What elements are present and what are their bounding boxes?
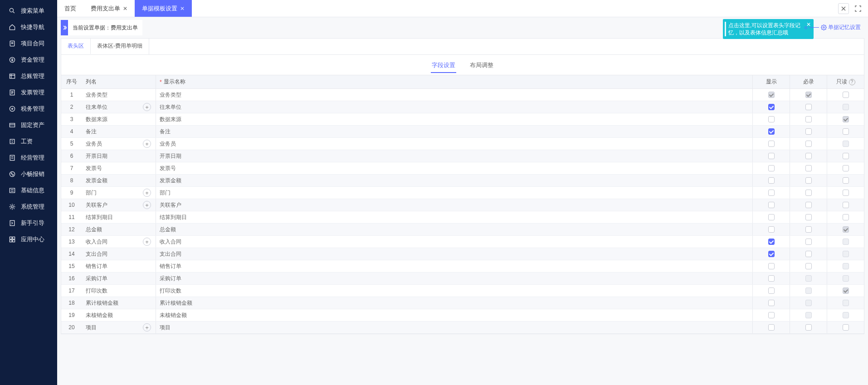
- checkbox[interactable]: [768, 153, 775, 159]
- checkbox[interactable]: [768, 141, 775, 147]
- checkbox[interactable]: [805, 324, 812, 331]
- nav-manage[interactable]: 经营管理: [0, 150, 57, 166]
- checkbox[interactable]: [843, 190, 849, 196]
- help-icon[interactable]: ?: [849, 79, 855, 85]
- add-icon[interactable]: +: [143, 323, 151, 331]
- cell-display[interactable]: 往来单位: [156, 101, 752, 113]
- checkbox[interactable]: [768, 239, 775, 245]
- checkbox[interactable]: [843, 92, 849, 98]
- close-icon[interactable]: ✕: [123, 5, 127, 12]
- checkbox[interactable]: [805, 226, 812, 233]
- nav-search[interactable]: 搜索菜单: [0, 3, 57, 19]
- checkbox[interactable]: [843, 214, 849, 220]
- checkbox[interactable]: [768, 300, 775, 306]
- cell-display[interactable]: 打印次数: [156, 285, 752, 297]
- checkbox[interactable]: [768, 190, 775, 196]
- cell-display[interactable]: 开票日期: [156, 150, 752, 162]
- checkbox[interactable]: [768, 263, 775, 269]
- checkbox[interactable]: [843, 177, 849, 184]
- checkbox[interactable]: [805, 214, 812, 220]
- cell-display[interactable]: 业务类型: [156, 89, 752, 101]
- checkbox[interactable]: [768, 251, 775, 257]
- nav-ledger[interactable]: 总账管理: [0, 68, 57, 84]
- section-tab[interactable]: 表头区: [61, 39, 91, 54]
- checkbox[interactable]: [768, 312, 775, 318]
- nav-coin[interactable]: 资金管理: [0, 52, 57, 68]
- checkbox[interactable]: [768, 226, 775, 233]
- page-tab[interactable]: 费用支出单✕: [83, 0, 135, 17]
- checkbox[interactable]: [843, 153, 849, 159]
- nav-doc[interactable]: 项目合同: [0, 35, 57, 52]
- checkbox[interactable]: [768, 202, 775, 208]
- checkbox[interactable]: [805, 251, 812, 257]
- checkbox[interactable]: [805, 202, 812, 208]
- page-tab[interactable]: 单据模板设置✕: [135, 0, 192, 17]
- add-icon[interactable]: +: [143, 103, 151, 111]
- checkbox[interactable]: [805, 165, 812, 171]
- checkbox[interactable]: [768, 275, 775, 282]
- nav-asset[interactable]: 固定资产: [0, 117, 57, 133]
- cell-display[interactable]: 发票号: [156, 162, 752, 174]
- nav-reimburse[interactable]: 小畅报销: [0, 166, 57, 182]
- inner-tab[interactable]: 布局调整: [469, 59, 494, 73]
- nav-apps[interactable]: 应用中心: [0, 231, 57, 248]
- cell-display[interactable]: 项目: [156, 322, 752, 333]
- cell-display[interactable]: 部门: [156, 187, 752, 199]
- close-all-tabs-button[interactable]: [838, 3, 849, 14]
- nav-home[interactable]: 快捷导航: [0, 19, 57, 35]
- add-icon[interactable]: +: [143, 189, 151, 197]
- checkbox[interactable]: [768, 288, 775, 294]
- nav-guide[interactable]: 新手引导: [0, 215, 57, 231]
- cell-name: 备注: [82, 126, 156, 137]
- cell-display[interactable]: 收入合同: [156, 236, 752, 248]
- checkbox[interactable]: [768, 214, 775, 220]
- checkbox[interactable]: [805, 263, 812, 269]
- checkbox[interactable]: [805, 128, 812, 135]
- nav-info[interactable]: 基础信息: [0, 182, 57, 199]
- checkbox[interactable]: [805, 153, 812, 159]
- close-icon[interactable]: ✕: [180, 5, 185, 12]
- cell-display[interactable]: 发票金额: [156, 175, 752, 186]
- cell-display[interactable]: 销售订单: [156, 260, 752, 272]
- section-tab[interactable]: 表体区-费用单明细: [91, 39, 149, 54]
- fullscreen-button[interactable]: [853, 3, 863, 14]
- inner-tab[interactable]: 字段设置: [431, 59, 456, 73]
- page-tab[interactable]: 首页: [57, 0, 83, 17]
- checkbox[interactable]: [768, 116, 775, 122]
- checkbox[interactable]: [805, 177, 812, 184]
- cell-display[interactable]: 数据来源: [156, 113, 752, 125]
- checkbox[interactable]: [843, 165, 849, 171]
- checkbox[interactable]: [768, 104, 775, 110]
- checkbox[interactable]: [805, 141, 812, 147]
- table-row: 3数据来源数据来源: [61, 113, 864, 126]
- checkbox[interactable]: [768, 177, 775, 184]
- cell-display[interactable]: 备注: [156, 126, 752, 137]
- cell-display[interactable]: 总金额: [156, 224, 752, 235]
- nav-system[interactable]: 系统管理: [0, 199, 57, 215]
- cell-display[interactable]: 采购订单: [156, 273, 752, 284]
- cell-display[interactable]: 结算到期日: [156, 211, 752, 223]
- checkbox[interactable]: [805, 104, 812, 110]
- checkbox[interactable]: [843, 128, 849, 135]
- collapse-handle[interactable]: [61, 20, 68, 35]
- nav-tax[interactable]: 税务管理: [0, 101, 57, 117]
- checkbox[interactable]: [768, 128, 775, 135]
- nav-invoice[interactable]: 发票管理: [0, 84, 57, 101]
- add-icon[interactable]: +: [143, 140, 151, 148]
- memory-settings-link[interactable]: 单据记忆设置: [805, 24, 861, 31]
- checkbox[interactable]: [768, 324, 775, 331]
- add-icon[interactable]: +: [143, 201, 151, 209]
- checkbox[interactable]: [805, 116, 812, 122]
- cell-display[interactable]: 关联客户: [156, 199, 752, 211]
- cell-display[interactable]: 支出合同: [156, 248, 752, 260]
- cell-display[interactable]: 业务员: [156, 138, 752, 150]
- cell-display[interactable]: 累计核销金额: [156, 297, 752, 309]
- checkbox[interactable]: [843, 202, 849, 208]
- add-icon[interactable]: +: [143, 238, 151, 246]
- cell-display[interactable]: 未核销金额: [156, 309, 752, 321]
- checkbox[interactable]: [805, 190, 812, 196]
- nav-salary[interactable]: 工资: [0, 133, 57, 150]
- checkbox[interactable]: [768, 165, 775, 171]
- checkbox[interactable]: [805, 239, 812, 245]
- checkbox[interactable]: [843, 324, 849, 331]
